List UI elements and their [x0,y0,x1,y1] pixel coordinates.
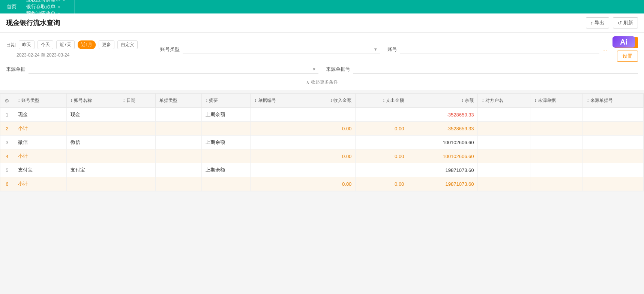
source-doc-no-label: 来源单据号 [326,66,350,73]
th-counterpart-label: ↕ 对方户名 [482,98,503,103]
cell-summary: 上期余额 [201,136,250,149]
date-btn-昨天[interactable]: 昨天 [19,40,35,49]
source-doc-select[interactable]: ▾ [29,65,318,74]
export-button[interactable]: ↑ 导出 [586,17,609,28]
table-body: 1 现金 现金 上期余额 -3528659.33 2 小计 0.00 0.00 … [0,108,644,191]
cell-account-name [66,149,119,163]
th-account-type-label: ↕ 账号类型 [18,98,39,103]
cell-income [303,136,356,149]
table-row: 6 小计 0.00 0.00 19871073.60 [0,177,644,191]
filter-row-1: 日期 昨天今天近7天近1月更多自定义 2023-02-24 至 2023-03-… [6,37,638,62]
th-source-doc-no-label: ↕ 来源单据号 [587,98,612,103]
nav-home[interactable]: 首页 [2,0,22,13]
row-num: 5 [0,163,14,177]
cell-date [119,163,155,177]
cell-counterpart [478,149,530,163]
account-no-input[interactable] [400,45,599,54]
cell-doc-type [155,136,201,149]
cell-balance: -3528659.33 [408,108,478,122]
table-row: 1 现金 现金 上期余额 -3528659.33 [0,108,644,122]
cell-doc-no [251,136,303,149]
cell-source-doc [530,177,583,191]
gear-column-header: ⚙ [0,94,14,108]
cell-doc-type [155,177,201,191]
row-num: 1 [0,108,14,122]
nav-home-label: 首页 [7,3,17,10]
cell-income [303,108,356,122]
th-expense: ↕ 支出金额 [356,94,408,108]
th-source-doc-label: ↕ 来源单据 [534,98,555,103]
cell-source-doc-no [583,163,644,177]
nav-item-label: 预收冲应收单 [26,10,56,13]
nav-item-预收冲应收单[interactable]: 预收冲应收单× [22,10,75,13]
date-btn-近7天[interactable]: 近7天 [56,40,75,49]
th-balance-label: ↕ 余额 [461,98,474,103]
th-doc-no: ↕ 单据编号 [251,94,303,108]
collapse-label: 收起更多条件 [311,79,338,85]
gear-icon[interactable]: ⚙ [5,98,9,104]
cell-source-doc-no [583,136,644,149]
cell-doc-type [155,149,201,163]
header-actions: ↑ 导出 ↺ 刷新 [586,17,638,28]
export-icon: ↑ [591,20,593,26]
cell-income: 0.00 [303,177,356,191]
account-type-arrow: ▾ [374,46,377,52]
source-doc-no-input[interactable] [353,65,638,74]
account-no-area: 账号 ... [387,45,607,54]
nav-item-label: 应收应付调整单 [26,0,60,3]
date-btn-更多[interactable]: 更多 [99,40,114,49]
cell-expense: 0.00 [356,149,408,163]
cell-income [303,163,356,177]
cell-balance: 19871073.60 [408,177,478,191]
close-icon[interactable]: × [58,4,60,9]
collapse-icon: ∧ [306,80,309,85]
th-account-name-label: ↕ 账号名称 [71,98,92,103]
account-type-select[interactable]: ▾ [183,45,380,54]
th-account-type: ↕ 账号类型 [14,94,66,108]
collapse-bar[interactable]: ∧ 收起更多条件 [6,77,638,85]
cell-source-doc [530,136,583,149]
source-doc-arrow: ▾ [313,66,315,72]
th-source-doc-no: ↕ 来源单据号 [583,94,644,108]
cell-account-name: 现金 [66,108,119,122]
table-area: ⚙ ↕ 账号类型 ↕ 账号名称 ↕ 日期 单据类型 ↕ 摘要 ↕ 单据编号 ↕ … [0,93,644,191]
account-no-dots[interactable]: ... [602,46,607,53]
cell-doc-no [251,122,303,136]
cell-balance: -3528659.33 [408,122,478,136]
cell-account-type: 小计 [14,122,66,136]
refresh-button[interactable]: ↺ 刷新 [613,17,638,28]
date-btn-今天[interactable]: 今天 [38,40,53,49]
row-num: 2 [0,122,14,136]
cell-source-doc [530,149,583,163]
nav-item-银行存取款单[interactable]: 银行存取款单× [22,3,75,10]
date-label: 日期 [6,42,16,48]
ai-badge[interactable]: Ai [612,36,635,48]
cell-source-doc-no [583,177,644,191]
date-btn-近1月[interactable]: 近1月 [78,40,96,49]
close-icon[interactable]: × [63,0,65,2]
cell-account-name: 微信 [66,136,119,149]
th-counterpart: ↕ 对方户名 [478,94,530,108]
cell-source-doc-no [583,108,644,122]
cell-account-type: 小计 [14,177,66,191]
cell-counterpart [478,108,530,122]
top-nav: 首页 收款单×付款单×其他收入单×应收应付调整单×银行存取款单×预收冲应收单×收… [0,0,644,13]
cell-expense [356,108,408,122]
th-doc-no-label: ↕ 单据编号 [254,98,276,103]
cell-account-name [66,177,119,191]
cell-summary [201,122,250,136]
settings-button[interactable]: 设置 [617,51,638,62]
th-doc-type: 单据类型 [155,94,201,108]
cell-expense: 0.00 [356,122,408,136]
cell-account-name: 支付宝 [66,163,119,177]
cell-balance: 100102606.60 [408,149,478,163]
refresh-label: 刷新 [623,19,633,26]
cell-source-doc-no [583,149,644,163]
nav-item-应收应付调整单[interactable]: 应收应付调整单× [22,0,75,3]
cell-summary: 上期余额 [201,108,250,122]
cell-date [119,149,155,163]
cell-doc-type [155,122,201,136]
table-row: 2 小计 0.00 0.00 -3528659.33 [0,122,644,136]
date-btn-自定义[interactable]: 自定义 [117,40,138,49]
close-icon[interactable]: × [58,11,60,13]
